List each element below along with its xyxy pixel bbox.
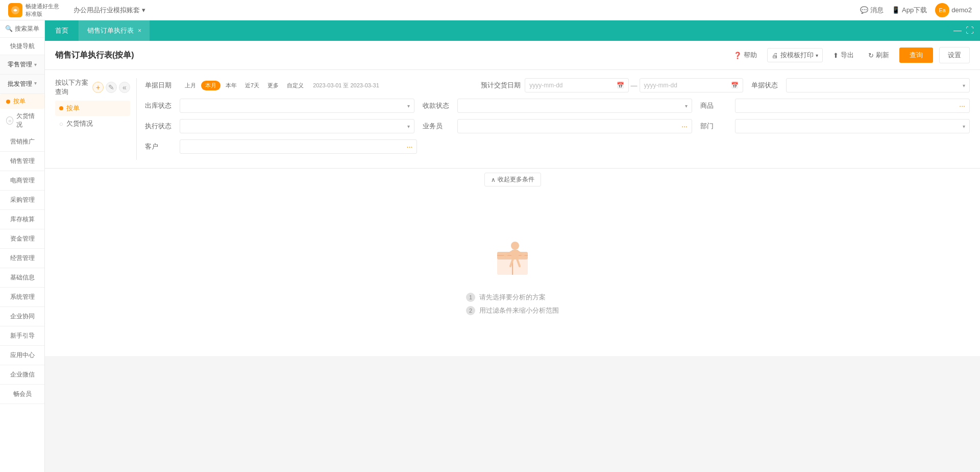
app-download-action[interactable]: 📱 App下载 [892, 6, 927, 15]
tab-home[interactable]: 首页 [45, 20, 79, 41]
sidebar-item-wholesale[interactable]: 批发管理 ▴ [0, 75, 44, 94]
customer-select[interactable]: ··· [180, 139, 417, 154]
expand-icon[interactable]: ⛶ [966, 26, 974, 35]
goods-field: 商品 ··· [700, 99, 970, 113]
dept-field: 部门 ▾ [700, 119, 970, 133]
sidebar-item-quick-nav[interactable]: 快捷导航 [0, 38, 44, 55]
expected-date-to[interactable]: yyyy-mm-dd 📅 [640, 78, 743, 92]
message-action[interactable]: 💬 消息 [860, 6, 884, 15]
status-select[interactable]: ▾ [786, 78, 970, 92]
calendar-icon: 📅 [617, 82, 624, 89]
help-button[interactable]: ❓ 帮助 [729, 49, 761, 62]
sidebar-item-basic[interactable]: 基础信息 [0, 268, 44, 288]
exec-status-field: 执行状态 ▾ [145, 119, 414, 133]
date-btn-last-month[interactable]: 上月 [182, 81, 199, 90]
tab-sales-order[interactable]: 销售订单执行表 × [79, 20, 150, 41]
expected-date-from[interactable]: yyyy-mm-dd 📅 [525, 78, 628, 92]
query-button[interactable]: 查询 [899, 48, 933, 63]
schema-item-debt[interactable]: ○ 欠货情况 [55, 116, 130, 131]
top-header: 畅捷通好生意 标准版 办公用品行业模拟账套 ▾ 💬 消息 📱 App下载 Ea … [0, 0, 980, 20]
customer-more-icon: ··· [407, 143, 413, 151]
main-layout: 🔍 搜索菜单 快捷导航 零售管理 ▾ 批发管理 ▴ 按单 ○ 欠货情况 营销推广… [0, 20, 980, 472]
circle-icon: ○ [6, 116, 13, 125]
sidebar-item-wechat[interactable]: 企业微信 [0, 365, 44, 385]
settings-button[interactable]: 设置 [939, 47, 970, 63]
svg-point-5 [511, 242, 519, 250]
empty-tip-2: 2 用过滤条件来缩小分析范围 [466, 306, 559, 315]
schema-item-order[interactable]: 按单 [55, 101, 130, 116]
export-icon: ⬆ [833, 52, 839, 59]
sidebar-sub-order[interactable]: 按单 [0, 94, 44, 109]
filter-panel-title: 按以下方案查询 + ✎ « [55, 78, 130, 97]
expected-date-range: yyyy-mm-dd 📅 — yyyy-mm-dd 📅 [525, 78, 743, 92]
debt-circle-icon: ○ [59, 120, 63, 128]
sidebar-item-retail[interactable]: 零售管理 ▾ [0, 55, 44, 75]
date-btn-more[interactable]: 更多 [264, 81, 282, 90]
print-arrow-icon: ▾ [816, 53, 818, 58]
app-selector[interactable]: 办公用品行业模拟账套 ▾ [74, 6, 145, 15]
date-quick-btns: 上月 本月 本年 近7天 更多 自定义 [182, 81, 307, 90]
tab-bar-actions: — ⛶ [953, 26, 980, 35]
sidebar-item-enterprise[interactable]: 企业协同 [0, 307, 44, 326]
export-button[interactable]: ⬆ 导出 [829, 49, 858, 62]
filter-panel-actions: + ✎ « [92, 82, 130, 93]
payment-status-select[interactable]: ▾ [457, 99, 692, 113]
filter-row-3: 执行状态 ▾ 业务员 ··· [145, 119, 970, 133]
logo-text: 畅捷通好生意 标准版 [26, 3, 59, 17]
add-schema-button[interactable]: + [92, 82, 104, 93]
date-btn-this-month[interactable]: 本月 [201, 81, 220, 90]
collapse-panel-button[interactable]: « [119, 82, 130, 93]
sidebar-item-system[interactable]: 系统管理 [0, 288, 44, 307]
date-btn-custom[interactable]: 自定义 [284, 81, 307, 90]
print-button[interactable]: 🖨 按模板打印 ▾ [767, 48, 823, 62]
sidebar-item-member[interactable]: 畅会员 [0, 385, 44, 404]
date-field: 单据日期 上月 本月 本年 近7天 更多 自定义 2023-03-01 至 20… [145, 81, 473, 90]
chevron-down-icon: ▾ [142, 6, 145, 14]
sidebar-item-marketing[interactable]: 营销推广 [0, 132, 44, 152]
sidebar: 🔍 搜索菜单 快捷导航 零售管理 ▾ 批发管理 ▴ 按单 ○ 欠货情况 营销推广… [0, 20, 45, 472]
filter-right-panel: 单据日期 上月 本月 本年 近7天 更多 自定义 2023-03-01 至 20… [137, 78, 970, 160]
tip-num-1: 1 [466, 293, 475, 302]
out-status-field: 出库状态 ▾ [145, 99, 414, 113]
out-status-label: 出库状态 [145, 101, 176, 110]
sidebar-item-finance[interactable]: 资金管理 [0, 229, 44, 249]
sidebar-item-ecommerce[interactable]: 电商管理 [0, 171, 44, 191]
exec-status-label: 执行状态 [145, 122, 176, 131]
print-icon: 🖨 [772, 52, 778, 59]
exec-status-chevron-icon: ▾ [407, 124, 410, 129]
tab-close-icon[interactable]: × [138, 27, 141, 34]
date-btn-this-year[interactable]: 本年 [223, 81, 240, 90]
dept-select[interactable]: ▾ [735, 119, 970, 133]
filter-row-4: 客户 ··· [145, 139, 970, 154]
tip-num-2: 2 [466, 306, 475, 315]
date-label: 单据日期 [145, 81, 176, 90]
dept-label: 部门 [700, 122, 731, 131]
date-btn-7days[interactable]: 近7天 [242, 81, 262, 90]
minimize-icon[interactable]: — [953, 26, 962, 35]
salesman-select[interactable]: ··· [457, 119, 692, 133]
sidebar-sub-debt[interactable]: ○ 欠货情况 [0, 109, 44, 132]
sidebar-item-operation[interactable]: 经营管理 [0, 249, 44, 268]
page-header-actions: ❓ 帮助 🖨 按模板打印 ▾ ⬆ 导出 ↻ 刷新 [729, 47, 970, 63]
empty-tip-1: 1 请先选择要分析的方案 [466, 293, 559, 302]
sidebar-item-sales[interactable]: 销售管理 [0, 152, 44, 171]
edit-schema-button[interactable]: ✎ [106, 82, 117, 93]
tab-bar: 首页 销售订单执行表 × — ⛶ [45, 20, 980, 41]
filter-section: 按以下方案查询 + ✎ « 按单 ○ 欠货情况 [45, 70, 980, 168]
header-left: 畅捷通好生意 标准版 办公用品行业模拟账套 ▾ [8, 3, 145, 17]
sidebar-item-inventory[interactable]: 库存核算 [0, 210, 44, 229]
sidebar-search[interactable]: 🔍 搜索菜单 [0, 20, 44, 38]
refresh-button[interactable]: ↻ 刷新 [864, 49, 893, 62]
sidebar-item-purchase[interactable]: 采购管理 [0, 191, 44, 210]
collapse-button[interactable]: ∧ 收起更多条件 [484, 173, 541, 186]
goods-select[interactable]: ··· [735, 99, 970, 113]
sidebar-item-newbie[interactable]: 新手引导 [0, 326, 44, 346]
chevron-up-icon: ∧ [491, 176, 496, 183]
sidebar-item-appcenter[interactable]: 应用中心 [0, 346, 44, 365]
exec-status-select[interactable]: ▾ [180, 119, 414, 133]
user-info[interactable]: Ea demo2 [935, 3, 972, 17]
customer-field: 客户 ··· [145, 139, 417, 154]
page-header: 销售订单执行表(按单) ❓ 帮助 🖨 按模板打印 ▾ ⬆ 导出 [45, 41, 980, 70]
status-label: 单据状态 [751, 81, 782, 90]
out-status-select[interactable]: ▾ [180, 99, 414, 113]
